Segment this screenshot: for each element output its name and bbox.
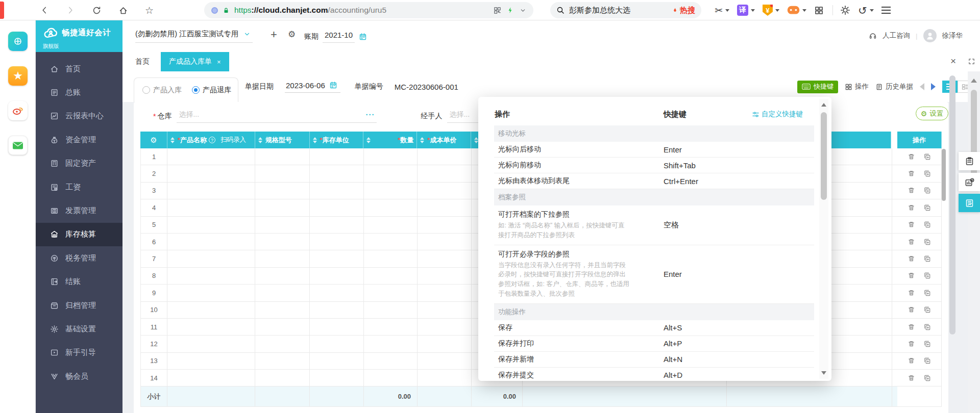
grid-cell[interactable] bbox=[364, 165, 418, 182]
consult-link[interactable]: 人工咨询 bbox=[883, 31, 910, 40]
shortcut-keys-button[interactable]: 快捷键 bbox=[797, 81, 838, 93]
grid-cell[interactable] bbox=[418, 250, 472, 267]
grid-cell[interactable] bbox=[255, 165, 310, 182]
inner-scrollbar-thumb[interactable] bbox=[949, 75, 955, 334]
grid-cell[interactable] bbox=[167, 285, 255, 301]
site-info-icon[interactable] bbox=[211, 7, 218, 14]
workspace-close-icon[interactable]: × bbox=[950, 56, 956, 66]
radio-product-return[interactable]: 产品退库 bbox=[192, 86, 231, 95]
grid-cell[interactable] bbox=[364, 302, 418, 318]
mail-app-icon[interactable] bbox=[8, 136, 28, 155]
scan-entry-label[interactable]: 扫码录入 bbox=[220, 136, 246, 144]
grid-cell[interactable] bbox=[167, 217, 255, 233]
copy-row-icon[interactable] bbox=[923, 289, 931, 297]
refresh-icon[interactable] bbox=[92, 6, 102, 15]
customize-shortcuts-link[interactable]: 自定义快捷键 bbox=[752, 110, 803, 119]
username[interactable]: 徐泽华 bbox=[942, 31, 963, 40]
sidebar-item-salary[interactable]: 工资 bbox=[36, 175, 122, 199]
chevron-down-icon[interactable] bbox=[520, 7, 526, 14]
grid-cell[interactable] bbox=[310, 319, 364, 335]
sidebar-item-report[interactable]: 云报表中心 bbox=[36, 105, 122, 128]
copy-row-icon[interactable] bbox=[923, 255, 931, 263]
page-scroll-up-icon[interactable] bbox=[971, 79, 977, 83]
column-label[interactable]: 产品名称 bbox=[180, 136, 207, 145]
grid-cell[interactable] bbox=[310, 268, 364, 284]
grid-cell[interactable] bbox=[255, 183, 310, 199]
delete-row-icon[interactable] bbox=[908, 170, 915, 177]
delete-row-icon[interactable] bbox=[908, 323, 915, 331]
sidebar-item-inventory[interactable]: 库存核算 bbox=[36, 223, 122, 246]
copy-row-icon[interactable] bbox=[923, 340, 931, 348]
grid-cell[interactable] bbox=[255, 217, 310, 233]
wallet-menu-caret[interactable] bbox=[775, 9, 779, 12]
grid-cell[interactable] bbox=[255, 335, 310, 352]
copy-row-icon[interactable] bbox=[923, 187, 931, 194]
grid-cell[interactable] bbox=[167, 370, 255, 386]
copy-row-icon[interactable] bbox=[923, 323, 931, 331]
grid-cell[interactable] bbox=[418, 183, 472, 199]
grid-cell[interactable] bbox=[418, 234, 472, 250]
column-settings-gear-icon[interactable]: ⚙ bbox=[150, 136, 157, 144]
grid-cell[interactable] bbox=[418, 268, 472, 284]
modal-scrollbar-thumb[interactable] bbox=[821, 112, 827, 200]
delete-row-icon[interactable] bbox=[908, 204, 915, 212]
qr-code-icon[interactable] bbox=[494, 7, 501, 14]
table-scrollbar-thumb[interactable] bbox=[942, 149, 946, 201]
grid-cell[interactable] bbox=[255, 250, 310, 267]
forward-icon[interactable] bbox=[66, 6, 75, 15]
screenshot-scissors-icon[interactable]: ✂ bbox=[715, 6, 723, 15]
delete-row-icon[interactable] bbox=[908, 255, 915, 263]
copy-row-icon[interactable] bbox=[923, 153, 931, 161]
grid-cell[interactable] bbox=[418, 335, 472, 352]
row-number-cell[interactable]: 8 bbox=[140, 268, 167, 284]
delete-row-icon[interactable] bbox=[908, 306, 915, 314]
grid-cell[interactable] bbox=[364, 217, 418, 233]
grid-cell[interactable] bbox=[255, 268, 310, 284]
copy-row-icon[interactable] bbox=[923, 272, 931, 279]
copy-row-icon[interactable] bbox=[923, 204, 931, 212]
apps-grid-icon[interactable] bbox=[814, 6, 824, 15]
row-number-cell[interactable]: 14 bbox=[140, 370, 167, 386]
row-number-cell[interactable]: 4 bbox=[140, 199, 167, 216]
help-icon[interactable]: ? bbox=[209, 137, 215, 143]
favorites-star-app-icon[interactable]: ★ bbox=[8, 66, 28, 86]
grid-cell[interactable] bbox=[364, 285, 418, 301]
history-docs-button[interactable]: 历史单据 bbox=[875, 82, 913, 91]
grid-cell[interactable] bbox=[364, 250, 418, 267]
grid-cell[interactable] bbox=[255, 285, 310, 301]
row-number-cell[interactable]: 12 bbox=[140, 335, 167, 352]
avatar[interactable] bbox=[923, 29, 937, 42]
grid-cell[interactable] bbox=[364, 319, 418, 335]
theme-sun-icon[interactable] bbox=[840, 5, 850, 15]
sidebar-item-tax[interactable]: 税务管理 bbox=[36, 246, 122, 270]
delete-row-icon[interactable] bbox=[908, 272, 915, 279]
lightning-icon[interactable] bbox=[507, 6, 514, 14]
add-account-button[interactable]: + bbox=[271, 29, 277, 40]
games-icon[interactable] bbox=[787, 6, 800, 15]
grid-cell[interactable] bbox=[418, 199, 472, 216]
sidebar-item-invoice[interactable]: 发票管理 bbox=[36, 199, 122, 222]
delete-row-icon[interactable] bbox=[908, 221, 915, 228]
date-calendar-icon[interactable] bbox=[329, 81, 337, 89]
delete-row-icon[interactable] bbox=[908, 374, 915, 382]
row-number-cell[interactable]: 3 bbox=[140, 183, 167, 199]
delete-row-icon[interactable] bbox=[908, 340, 915, 348]
account-set-selector[interactable]: (勿删勿禁用) 江西服宝测试专用 bbox=[135, 29, 253, 43]
grid-cell[interactable] bbox=[167, 319, 255, 335]
undo-menu-caret[interactable] bbox=[870, 9, 874, 12]
fullscreen-icon[interactable] bbox=[968, 58, 975, 65]
copy-row-icon[interactable] bbox=[923, 221, 931, 228]
sidebar-item-archive[interactable]: 归档管理 bbox=[36, 294, 122, 317]
wallet-shield-icon[interactable]: ¥ bbox=[763, 5, 773, 16]
grid-cell[interactable] bbox=[255, 370, 310, 386]
header-cell[interactable]: *库存单位 bbox=[310, 132, 364, 148]
tab-active-document[interactable]: 产成品入库单× bbox=[161, 52, 229, 71]
tab-home[interactable]: 首页 bbox=[135, 57, 150, 66]
grid-cell[interactable] bbox=[418, 217, 472, 233]
grid-cell[interactable] bbox=[364, 199, 418, 216]
copy-row-icon[interactable] bbox=[923, 238, 931, 246]
grid-cell[interactable] bbox=[310, 370, 364, 386]
fab-detail-list-button[interactable] bbox=[959, 152, 980, 170]
grid-cell[interactable] bbox=[310, 302, 364, 318]
grid-cell[interactable] bbox=[255, 302, 310, 318]
